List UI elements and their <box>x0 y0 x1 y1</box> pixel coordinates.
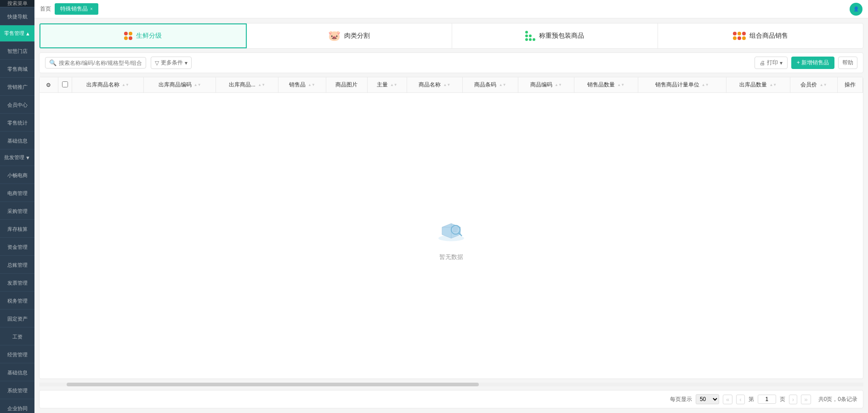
sidebar-item-hr[interactable]: 工资 <box>0 327 34 345</box>
col-member-price[interactable]: 会员价 ▲▼ <box>790 77 838 93</box>
sidebar-item-label-base-info2: 基础信息 <box>2 369 32 376</box>
toolbar: 🔍 ▽ 更多条件 ▾ 🖨 打印 ▾ + 新增销售品 <box>39 52 863 73</box>
sidebar-item-retail-mall[interactable]: 零售商城 <box>0 60 34 78</box>
sidebar-item-mini-app[interactable]: 小畅电商 <box>0 166 34 184</box>
col-goods-barcode[interactable]: 商品条码 ▲▼ <box>462 77 518 93</box>
sort-icon: ▲▼ <box>702 83 709 87</box>
sidebar-item-label-system: 系统管理 <box>2 387 32 394</box>
col-out-goods-code[interactable]: 出库商品编码 ▲▼ <box>144 77 216 93</box>
sidebar-item-member-center[interactable]: 会员中心 <box>0 96 34 114</box>
tab-fresh-grade[interactable]: 生鲜分级 <box>40 23 247 48</box>
sidebar-item-general-ledger[interactable]: 总账管理 <box>0 256 34 274</box>
category-tabs: 生鲜分级 🐷 肉类分割 <box>39 23 863 49</box>
sidebar-item-label-quick-nav: 快捷导航 <box>2 13 32 20</box>
sidebar-item-fixed-assets[interactable]: 固定资产 <box>0 310 34 327</box>
last-page-button[interactable]: » <box>801 395 811 404</box>
col-goods-img[interactable]: 商品图片 <box>326 77 367 93</box>
col-sale-goods[interactable]: 销售品 ▲▼ <box>278 77 326 93</box>
sidebar-item-retail-stats[interactable]: 零售统计 <box>0 114 34 132</box>
col-goods-code[interactable]: 商品编码 ▲▼ <box>518 77 574 93</box>
sidebar-item-base-info2[interactable]: 基础信息 <box>0 363 34 381</box>
per-page-select[interactable]: 50 10 20 100 <box>696 394 719 404</box>
sidebar-item-label-enterprise: 企业协同 <box>2 405 32 412</box>
search-input[interactable] <box>59 60 142 66</box>
first-page-icon: « <box>726 396 729 403</box>
sort-icon: ▲▼ <box>769 83 777 87</box>
new-sale-label: + 新增销售品 <box>797 59 829 67</box>
sort-icon: ▲▼ <box>617 83 624 87</box>
topbar-right: 👤 <box>850 3 862 16</box>
col-out-goods-spec[interactable]: 出库商品... ▲▼ <box>216 77 278 93</box>
sort-icon: ▲▼ <box>122 83 129 87</box>
sidebar-item-basic-info[interactable]: 基础信息 <box>0 132 34 149</box>
tab-fresh-grade-label: 生鲜分级 <box>136 32 162 40</box>
new-sale-button[interactable]: + 新增销售品 <box>791 57 834 69</box>
sidebar-item-label-mini-app: 小畅电商 <box>2 172 32 179</box>
sidebar-item-wholesale-mgmt[interactable]: 批发管理 ▼ <box>0 149 34 166</box>
user-icon: 👤 <box>853 6 859 11</box>
topbar: 首页 特殊销售品 × 👤 <box>34 0 868 18</box>
search-box[interactable]: 🔍 <box>45 57 146 69</box>
help-button[interactable]: 帮助 <box>838 57 857 69</box>
sidebar-item-label-ecommerce: 电商管理 <box>2 190 32 197</box>
sidebar-item-label-retail-mgmt: 零售管理 <box>4 30 24 37</box>
sidebar-item-system[interactable]: 系统管理 <box>0 381 34 399</box>
sidebar-item-smart-store[interactable]: 智慧门店 <box>0 42 34 60</box>
sidebar-item-tax[interactable]: 税务管理 <box>0 292 34 310</box>
empty-state-icon <box>433 211 470 247</box>
sort-icon: ▲▼ <box>194 83 201 87</box>
sort-icon: ▲▼ <box>258 83 265 87</box>
tab-weight-prepack-label: 称重预包装商品 <box>539 32 584 40</box>
sidebar-item-label-smart-store: 智慧门店 <box>2 48 32 55</box>
col-main-weight[interactable]: 主量 ▲▼ <box>367 77 407 93</box>
col-sale-qty[interactable]: 销售品数量 ▲▼ <box>574 77 638 93</box>
sidebar-item-inventory[interactable]: 库存核算 <box>0 220 34 238</box>
tab-meat-cut[interactable]: 🐷 肉类分割 <box>247 23 453 48</box>
sidebar-item-ecommerce[interactable]: 电商管理 <box>0 184 34 202</box>
sort-icon: ▲▼ <box>390 83 397 87</box>
sidebar-item-invoice[interactable]: 发票管理 <box>0 274 34 292</box>
sidebar-item-label-invoice: 发票管理 <box>2 280 32 287</box>
col-sale-unit[interactable]: 销售商品计量单位 ▲▼ <box>638 77 726 93</box>
print-button[interactable]: 🖨 打印 ▾ <box>755 57 788 69</box>
sidebar-item-sales-promo[interactable]: 营销推广 <box>0 78 34 96</box>
sidebar-item-finance[interactable]: 资金管理 <box>0 238 34 256</box>
home-breadcrumb[interactable]: 首页 <box>40 5 51 13</box>
scroll-thumb[interactable] <box>67 383 479 386</box>
sidebar-item-retail-mgmt[interactable]: 零售管理 ▲ <box>0 25 34 42</box>
filter-arrow-icon: ▾ <box>185 60 187 66</box>
sidebar-item-label-inventory: 库存核算 <box>2 226 32 233</box>
tab-weight-prepack[interactable]: 称重预包装商品 <box>452 23 658 48</box>
first-page-button[interactable]: « <box>723 395 732 404</box>
next-page-button[interactable]: › <box>789 395 797 404</box>
last-page-icon: » <box>804 396 807 403</box>
tab-combo-sales[interactable]: 组合商品销售 <box>658 23 863 48</box>
prev-page-button[interactable]: ‹ <box>736 395 744 404</box>
scroll-indicator[interactable] <box>39 383 863 386</box>
page-input[interactable] <box>758 395 776 404</box>
sidebar-item-enterprise[interactable]: 企业协同 <box>0 399 34 413</box>
col-out-goods-name[interactable]: 出库商品名称 ▲▼ <box>72 77 144 93</box>
close-tab-icon[interactable]: × <box>90 6 93 11</box>
user-avatar[interactable]: 👤 <box>850 3 862 16</box>
sidebar-item-label-hr: 工资 <box>2 333 32 340</box>
active-tab[interactable]: 特殊销售品 × <box>55 3 98 15</box>
sidebar-item-operations[interactable]: 经营管理 <box>0 345 34 363</box>
col-settings[interactable]: ⚙ <box>40 77 58 93</box>
select-all-checkbox[interactable] <box>62 81 68 87</box>
sidebar-logo[interactable]: 搜索菜单 <box>0 0 34 7</box>
empty-state: 暂无数据 <box>40 93 863 379</box>
empty-text: 暂无数据 <box>439 253 463 261</box>
filter-button[interactable]: ▽ 更多条件 ▾ <box>151 57 192 69</box>
col-goods-name[interactable]: 商品名称 ▲▼ <box>407 77 462 93</box>
toolbar-right: 🖨 打印 ▾ + 新增销售品 帮助 <box>755 57 857 69</box>
weight-prepack-icon <box>525 31 535 41</box>
sidebar-item-label-operations: 经营管理 <box>2 351 32 358</box>
chevron-down-icon: ▼ <box>25 155 30 161</box>
filter-icon: ▽ <box>155 60 159 66</box>
col-out-qty[interactable]: 出库品数量 ▲▼ <box>726 77 790 93</box>
sidebar-item-quick-nav[interactable]: 快捷导航 <box>0 7 34 25</box>
sidebar-item-purchase[interactable]: 采购管理 <box>0 202 34 220</box>
page-label: 第 <box>749 396 754 403</box>
col-checkbox[interactable] <box>58 77 72 93</box>
